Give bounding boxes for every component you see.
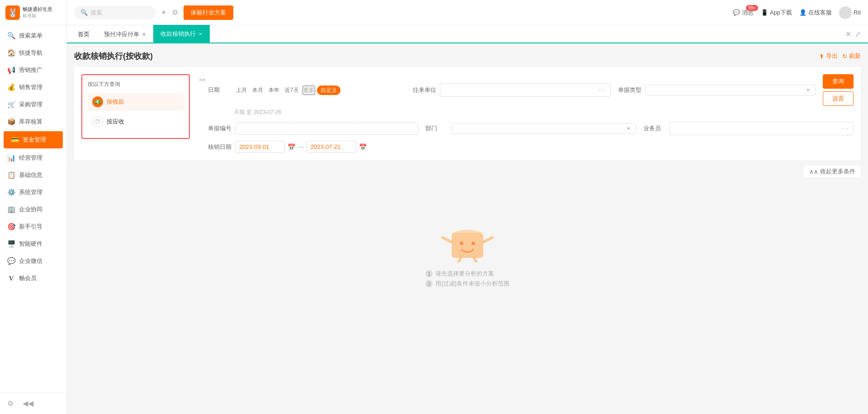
sidebar-item-finance[interactable]: 💳 资金管理 [4,131,63,148]
staff-select[interactable]: ··· [670,122,854,135]
counterparty-select[interactable]: ··· [440,83,610,97]
marketing-icon: 📢 [7,66,15,74]
bill-type-label: 单据类型 [618,86,642,94]
settings-gear-icon[interactable]: ⚙ [7,399,14,408]
user-profile[interactable]: Rit [839,6,861,19]
home-icon: 🏠 [7,49,15,57]
system-icon: ⚙️ [7,188,15,196]
app-download-button[interactable]: 📱 App下载 [761,9,792,17]
sidebar-item-label: 资金管理 [23,136,46,144]
date-this-year-btn[interactable]: 本年 [267,86,281,95]
sidebar-item-system[interactable]: ⚙️ 系统管理 [0,184,66,201]
tab-prepay-close-icon[interactable]: ✕ [142,32,146,38]
finance-icon: 💳 [11,136,19,144]
app-download-icon: 📱 [761,9,768,16]
app-download-label: App下载 [770,9,792,17]
date-this-month-btn[interactable]: 本月 [250,86,265,95]
collapse-sidebar-icon[interactable]: ◀◀ [23,399,33,408]
sidebar-item-nav[interactable]: 🏠 快捷导航 [0,44,66,62]
expand-tab-icon[interactable]: ⤢ [855,30,861,38]
sidebar-item-vip[interactable]: V 畅会员 [0,270,66,287]
wechat-icon: 💬 [7,257,15,265]
sidebar-menu: 🔍 搜索菜单 🏠 快捷导航 📢 营销推广 💰 销售管理 🛒 采购管理 📦 库存核… [0,25,66,392]
enterprise-icon: 🏢 [7,205,15,214]
verify-date-label: 核销日期 [208,143,231,151]
sidebar-item-hardware[interactable]: 🖥️ 智能硬件 [0,235,66,252]
sidebar-item-label: 快捷导航 [19,49,42,57]
topbar-dropdown-icon[interactable]: ▼ [161,10,166,16]
date-more-btn[interactable]: 更多 [302,86,315,95]
date-last-month-btn[interactable]: 上月 [234,86,249,95]
sidebar-item-guide[interactable]: 🎯 新手引导 [0,218,66,235]
sidebar-item-enterprise[interactable]: 🏢 企业协同 [0,201,66,218]
filter-option-by-payment[interactable]: 💵 按收款 [88,93,184,111]
search-placeholder: 搜索 [90,9,102,17]
sidebar-item-inventory[interactable]: 📦 库存核算 [0,113,66,130]
bill-no-input[interactable] [235,123,418,135]
service-label: 在线客服 [808,9,832,17]
bill-type-arrow-icon: ▼ [806,87,811,93]
verify-date-group: 📅 — 📅 [235,141,591,153]
bill-no-label: 单据编号 [208,124,231,133]
filter-staff-cell: 业务员 ··· [643,122,854,135]
tab-home[interactable]: 首页 [71,25,97,43]
date-custom-btn[interactable]: 自定义 [317,86,340,95]
sidebar-item-marketing[interactable]: 📢 营销推广 [0,62,66,79]
tabbar-actions: ✕ ⤢ [845,30,864,38]
chevron-up-icon: ∧∧ [809,168,818,175]
tab-verify[interactable]: 收款核销执行 ✕ [153,25,210,43]
inventory-icon: 📦 [7,118,15,126]
counterparty-label: 往来单位 [413,86,436,94]
dept-select[interactable]: ▼ [452,123,636,134]
sidebar-item-label: 企业微信 [19,257,42,265]
close-tab-icon[interactable]: ✕ [845,30,851,38]
management-icon: 📊 [7,154,15,162]
user-name: Rit [854,9,861,16]
verify-date-start-calendar-icon[interactable]: 📅 [288,143,295,151]
date-shortcuts: 上月 本月 本年 近7天 更多 自定义 [234,86,340,95]
sidebar-item-basic-info[interactable]: 📋 基础信息 [0,167,66,184]
date-last-7days-btn[interactable]: 近7天 [283,86,301,95]
empty-hint-1-text: 请先选择要分析的方案 [435,270,494,278]
sidebar-item-purchase[interactable]: 🛒 采购管理 [0,96,66,113]
sidebar: 🐰 畅捷通好生意 标准版 🔍 搜索菜单 🏠 快捷导航 📢 营销推广 💰 销售管理… [0,0,67,414]
page-actions: ⬆ 导出 ↻ 刷新 [819,52,861,60]
sidebar-item-search[interactable]: 🔍 搜索菜单 [0,27,66,44]
sales-icon: 💰 [7,83,15,91]
tab-verify-close-icon[interactable]: ✕ [198,31,203,37]
topbar-search[interactable]: 🔍 搜索 [74,6,156,19]
verify-date-separator: — [298,143,304,150]
sidebar-item-label: 基础信息 [19,171,42,179]
verify-date-end-calendar-icon[interactable]: 📅 [359,143,367,151]
sidebar-item-wechat[interactable]: 💬 企业微信 [0,252,66,270]
message-badge: 99+ [746,5,758,11]
industry-solution-button[interactable]: 体验行业方案 [184,5,233,20]
sidebar-item-label: 畅会员 [19,274,37,282]
online-service-button[interactable]: 👤 在线客服 [799,9,832,17]
verify-date-end-input[interactable] [307,141,356,153]
empty-hint-1: 1 请先选择要分析的方案 [425,270,509,278]
message-button[interactable]: 💬 消息 99+ [733,9,754,17]
content-area: 收款核销执行(按收款) ⬆ 导出 ↻ 刷新 按以下方查询 💵 [67,43,868,414]
verify-date-start-input[interactable] [235,141,285,153]
sidebar-item-label: 销售管理 [19,83,42,91]
export-button[interactable]: ⬆ 导出 [819,52,838,60]
filter-option-by-receivable[interactable]: ⏱ 按应收 [88,113,184,131]
app-name: 畅捷通好生意 [23,6,52,13]
refresh-button[interactable]: ↻ 刷新 [842,52,861,60]
collapse-more-button[interactable]: ∧∧ 收起更多条件 [804,166,861,177]
topbar-gear-icon[interactable]: ⚙ [172,8,178,17]
app-edition: 标准版 [23,13,52,19]
filter-counterparty-cell: 往来单位 ··· [413,83,610,97]
sidebar-item-management[interactable]: 📊 经营管理 [0,149,66,167]
sidebar-item-sales[interactable]: 💰 销售管理 [0,79,66,96]
dept-arrow-icon: ▼ [626,126,631,131]
filter-collapse-button[interactable]: »» [199,74,208,83]
export-label: 导出 [826,52,838,60]
bill-type-select[interactable]: ▼ [645,85,816,95]
query-button[interactable]: 查询 [823,74,854,89]
settings-button[interactable]: 设置 [823,91,854,106]
tab-prepay[interactable]: 预付冲应付单 ✕ [97,25,153,43]
sidebar-item-label: 采购管理 [19,100,42,109]
page-header: 收款核销执行(按收款) ⬆ 导出 ↻ 刷新 [74,51,861,62]
